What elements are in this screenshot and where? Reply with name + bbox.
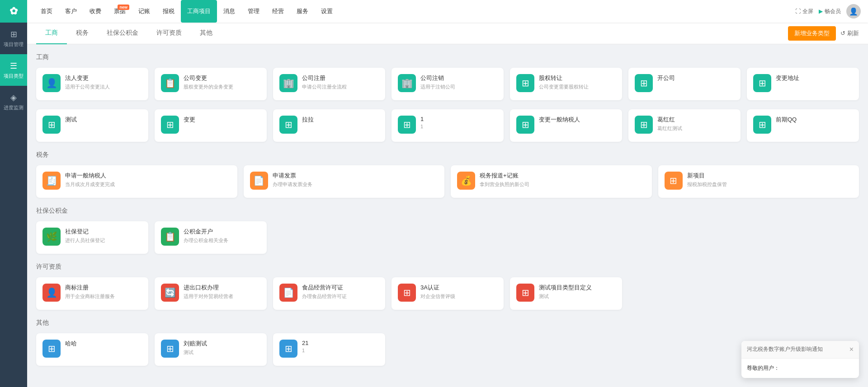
card-apply-taxpayer[interactable]: 🧾 申请一般纳税人 当月或次月成变更完成: [36, 165, 237, 198]
card-title: 公司注销: [420, 74, 497, 82]
card-icon-apply-invoice: 📄: [250, 172, 268, 190]
nav-operation[interactable]: 经营: [266, 0, 290, 23]
card-3a-cert[interactable]: ⊞ 3A认证 对企业信誉评级: [392, 277, 504, 310]
card-apply-invoice[interactable]: 📄 申请发票 办理申请发票业务: [244, 165, 445, 198]
nav-service[interactable]: 服务: [290, 0, 315, 23]
sidebar: ✿ ⊞ 项目管理 ☰ 项目类型 ◈ 进度监测: [0, 0, 27, 387]
card-change-address[interactable]: ⊞ 变更地址: [747, 68, 859, 100]
fullscreen-icon: ⛶: [795, 8, 801, 14]
card-import-export[interactable]: 🔄 进出口权办理 适用于对外贸易经营者: [155, 277, 267, 310]
card-company-cancel[interactable]: 🏢 公司注销 适用于注销公司: [392, 68, 504, 100]
sidebar-item-project-type[interactable]: ☰ 项目类型: [0, 54, 27, 86]
nav-management[interactable]: 管理: [241, 0, 266, 23]
card-twenty-one[interactable]: ⊞ 21 1: [273, 333, 385, 366]
card-icon-change-taxpayer: ⊞: [516, 116, 534, 134]
tab-social-fund[interactable]: 社保公积金: [98, 23, 147, 44]
nav-billing[interactable]: 收费: [83, 0, 108, 23]
notification-close-btn[interactable]: ×: [849, 345, 854, 354]
new-type-button[interactable]: 新增业务类型: [788, 26, 836, 41]
card-new-project[interactable]: ⊞ 新项目 报税加税控盘保管: [658, 165, 859, 198]
section-title-industrial: 工商: [36, 53, 859, 61]
member-btn[interactable]: ▶ 畅会员: [819, 8, 841, 15]
card-title: 变更一般纳税人: [539, 116, 616, 124]
card-icon-trademark: 👤: [42, 284, 61, 302]
nav-settings[interactable]: 设置: [315, 0, 339, 23]
nav-industrial[interactable]: 工商项目: [181, 0, 217, 23]
card-desc: 测试: [184, 349, 260, 356]
card-desc: 当月或次月成变更完成: [65, 181, 231, 188]
card-legal-change[interactable]: 👤 法人变更 适用于公司变更法人: [36, 68, 148, 100]
nav-tax[interactable]: 报税: [156, 0, 181, 23]
card-haha[interactable]: ⊞ 哈哈: [36, 333, 148, 366]
card-trademark[interactable]: 👤 商标注册 用于企业商标注册服务: [36, 277, 148, 310]
card-title: 申请一般纳税人: [65, 172, 231, 180]
card-one[interactable]: ⊞ 1 1: [392, 109, 504, 142]
card-company-change[interactable]: 📋 公司变更 股权变更外的业务变更: [155, 68, 267, 100]
card-title: 21: [302, 340, 379, 346]
card-desc: 进行人员社保登记: [65, 237, 142, 244]
card-food-license[interactable]: 📄 食品经营许可证 办理食品经营许可证: [273, 277, 385, 310]
sidebar-item-progress-monitor[interactable]: ◈ 进度监测: [0, 86, 27, 117]
card-icon-company-register: 🏢: [279, 74, 297, 92]
card-icon-gehonghong: ⊞: [635, 116, 653, 134]
card-company-register[interactable]: 🏢 公司注册 申请公司注册全流程: [273, 68, 385, 100]
card-desc: 对企业信誉评级: [420, 293, 497, 300]
card-icon-social-register: 🌿: [42, 228, 61, 246]
card-equity-transfer[interactable]: ⊞ 股权转让 公司变更需要股权转让: [510, 68, 622, 100]
nav-message[interactable]: 消息: [217, 0, 241, 23]
fullscreen-btn[interactable]: ⛶ 全屏: [795, 8, 813, 15]
card-icon-tax-report-booking: 💰: [457, 172, 475, 190]
card-tax-report-booking[interactable]: 💰 税务报道+记账 拿到营业执照的新公司: [451, 165, 652, 198]
card-test-type[interactable]: ⊞ 测试项目类型目定义 测试: [510, 277, 622, 310]
card-icon-change: ⊞: [161, 116, 179, 134]
nav-bookkeeping[interactable]: 记账: [132, 0, 156, 23]
section-title-tax: 税务: [36, 151, 859, 159]
card-title: 测试项目类型目定义: [539, 284, 616, 292]
card-lala[interactable]: ⊞ 拉拉: [273, 109, 385, 142]
main-area: 首页 客户 收费 票据 new 记账 报税 工商项目 消息 管理 经营 服务 设…: [27, 0, 868, 387]
notification-popup: 河北税务数字账户升级影响通知 × 尊敬的用户：: [741, 341, 859, 378]
topnav-right: ⛶ 全屏 ▶ 畅会员 👤: [795, 4, 861, 19]
card-change[interactable]: ⊞ 变更: [155, 109, 267, 142]
nav-invoice[interactable]: 票据 new: [108, 0, 132, 23]
new-badge: new: [118, 5, 129, 10]
card-desc: 申请公司注册全流程: [302, 84, 379, 90]
card-open-company[interactable]: ⊞ 开公司: [628, 68, 741, 100]
card-desc: 测试: [539, 293, 616, 300]
nav-home[interactable]: 首页: [34, 0, 59, 23]
card-desc: 办理申请发票业务: [273, 181, 439, 188]
card-title: 食品经营许可证: [302, 284, 379, 292]
refresh-button[interactable]: ↺ 刷新: [840, 29, 859, 37]
tab-other[interactable]: 其他: [191, 23, 222, 44]
card-title: 商标注册: [65, 284, 142, 292]
card-icon-import-export: 🔄: [161, 284, 179, 302]
card-title: 前期QQ: [776, 116, 853, 124]
card-title: 刘赔测试: [184, 340, 260, 348]
section-title-social: 社保公积金: [36, 207, 859, 215]
avatar-icon: 👤: [849, 7, 858, 16]
card-test[interactable]: ⊞ 测试: [36, 109, 148, 142]
card-title: 哈哈: [65, 340, 142, 348]
card-qianqi-qq[interactable]: ⊞ 前期QQ: [747, 109, 859, 142]
sidebar-item-project-mgmt[interactable]: ⊞ 项目管理: [0, 23, 27, 54]
industrial-cards-row1: 👤 法人变更 适用于公司变更法人 📋 公司变更 股权变更外的业务变更 🏢: [36, 68, 859, 100]
nav-customer[interactable]: 客户: [59, 0, 83, 23]
card-title: 3A认证: [420, 284, 497, 292]
card-change-taxpayer[interactable]: ⊞ 变更一般纳税人: [510, 109, 622, 142]
tab-industrial[interactable]: 工商: [36, 23, 67, 44]
card-gehonghong[interactable]: ⊞ 葛红红 葛红红测试: [628, 109, 741, 142]
card-icon-test-type: ⊞: [516, 284, 534, 302]
card-title: 公司变更: [184, 74, 260, 82]
card-liu-pei-test[interactable]: ⊞ 刘赔测试 测试: [155, 333, 267, 366]
card-title: 变更: [184, 116, 260, 124]
card-title: 法人变更: [65, 74, 142, 82]
sidebar-item-label: 进度监测: [4, 105, 24, 111]
tab-tax[interactable]: 税务: [67, 23, 98, 44]
avatar[interactable]: 👤: [846, 4, 861, 19]
card-social-register[interactable]: 🌿 社保登记 进行人员社保登记: [36, 221, 148, 254]
card-icon-food-license: 📄: [279, 284, 297, 302]
card-title: 1: [420, 116, 497, 122]
card-fund-open[interactable]: 📋 公积金开户 办理公积金相关业务: [155, 221, 267, 254]
tab-license[interactable]: 许可资质: [147, 23, 191, 44]
card-icon-twenty-one: ⊞: [279, 340, 297, 358]
